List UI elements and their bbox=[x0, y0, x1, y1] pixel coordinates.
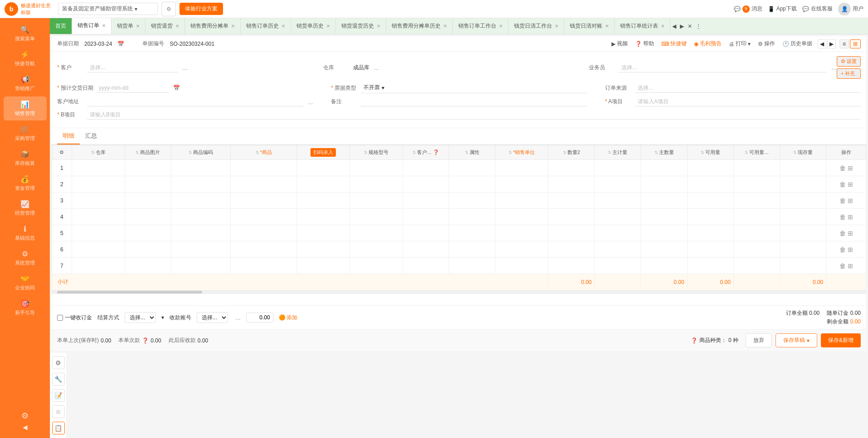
row-attrs[interactable] bbox=[449, 160, 495, 176]
account-dots[interactable]: ... bbox=[235, 314, 241, 321]
right-panel-icon-3[interactable]: 📝 bbox=[52, 389, 65, 402]
sidebar-item-system[interactable]: ⚙ 系统管理 bbox=[4, 246, 47, 270]
messages-button[interactable]: 💬 9 消息 bbox=[734, 5, 762, 13]
tab-daily-workbench[interactable]: 钱货日清工作台 ✕ bbox=[509, 18, 564, 34]
detail-tab-summary[interactable]: 汇总 bbox=[80, 128, 102, 144]
scroll-thumb[interactable] bbox=[57, 291, 202, 294]
settings-action-btn[interactable]: ⚙ 设置 bbox=[837, 56, 861, 67]
sidebar-item-quick-nav[interactable]: ⚡ 快捷导航 bbox=[4, 47, 47, 71]
row-name[interactable] bbox=[231, 160, 297, 176]
row-available2[interactable] bbox=[733, 160, 780, 176]
sidebar-collapse-button[interactable]: ◀ bbox=[23, 424, 28, 431]
sidebar-item-marketing[interactable]: 📢 营销推广 bbox=[4, 72, 47, 96]
row-copy-btn[interactable]: ⊞ bbox=[848, 262, 853, 270]
row-main-qty[interactable] bbox=[641, 160, 687, 176]
tab-sales-return[interactable]: 销货退货 ✕ bbox=[145, 18, 185, 34]
row-code[interactable] bbox=[171, 160, 230, 176]
sidebar-item-sales[interactable]: 📊 销售管理 bbox=[4, 96, 47, 120]
order-source-input[interactable] bbox=[635, 83, 861, 93]
sidebar-item-basic-info[interactable]: ℹ 基础信息 bbox=[4, 221, 47, 245]
amount-input[interactable] bbox=[246, 313, 273, 322]
row-delete-btn[interactable]: 🗑 bbox=[839, 246, 846, 253]
customer-input[interactable] bbox=[87, 63, 178, 72]
print-btn[interactable]: 🖨 打印 ▾ bbox=[727, 39, 752, 48]
staff-dots[interactable]: ... bbox=[831, 64, 837, 71]
online-support-button[interactable]: 💬 在线客服 bbox=[802, 5, 833, 13]
tab-close-daily-workbench[interactable]: ✕ bbox=[555, 24, 558, 29]
right-panel-icon-1[interactable]: ⚙ bbox=[52, 356, 65, 369]
sidebar-item-search[interactable]: 🔍 搜索菜单 bbox=[4, 22, 47, 46]
row-scan[interactable] bbox=[297, 160, 350, 176]
sidebar-item-collab[interactable]: 🤝 企业协同 bbox=[4, 271, 47, 295]
sidebar-item-finance[interactable]: 💰 资金管理 bbox=[4, 171, 47, 195]
settings-icon[interactable]: ⚙ bbox=[161, 2, 176, 16]
save-new-button[interactable]: 保存&新增 bbox=[821, 333, 861, 347]
tab-close-daily-reconcile[interactable]: ✕ bbox=[605, 24, 609, 29]
detail-tab-detail[interactable]: 明细 bbox=[57, 128, 80, 144]
tab-invoice-history[interactable]: 销货单历史 ✕ bbox=[291, 18, 336, 34]
row-delete-btn[interactable]: 🗑 bbox=[839, 164, 846, 172]
sidebar-item-guide[interactable]: 🎯 新手引导 bbox=[4, 296, 47, 320]
add-action-btn[interactable]: + 补充 bbox=[837, 68, 861, 79]
toolbar-prev[interactable]: ◀ bbox=[818, 39, 826, 48]
row-stock[interactable] bbox=[780, 160, 826, 176]
project-a-input[interactable] bbox=[635, 97, 861, 106]
save-draft-button[interactable]: 保存草稿 ▾ bbox=[776, 333, 817, 347]
tab-close-sales-order[interactable]: ✕ bbox=[102, 23, 106, 28]
tab-close-order-workbench[interactable]: ✕ bbox=[499, 24, 503, 29]
system-selector[interactable]: 装备及固定资产辅助管理系统 ▾ bbox=[58, 3, 158, 15]
row-spec[interactable] bbox=[350, 160, 403, 176]
tab-close-sales-invoice[interactable]: ✕ bbox=[136, 24, 140, 29]
customer-dots[interactable]: ... bbox=[182, 64, 188, 71]
row-copy-btn[interactable]: ⊞ bbox=[848, 164, 853, 172]
staff-input[interactable] bbox=[619, 63, 827, 72]
tab-close-invoice-history[interactable]: ✕ bbox=[326, 24, 330, 29]
tab-close-sales-return[interactable]: ✕ bbox=[175, 24, 179, 29]
tab-sales-invoice[interactable]: 销货单 ✕ bbox=[112, 18, 145, 34]
history-btn[interactable]: 🕐 历史单据 bbox=[781, 39, 814, 48]
tab-order-history[interactable]: 销售订单历史 ✕ bbox=[241, 18, 291, 34]
user-menu[interactable]: 👤 用户 bbox=[838, 3, 863, 15]
one-click-check[interactable] bbox=[57, 315, 63, 321]
row-delete-btn[interactable]: 🗑 bbox=[839, 230, 846, 237]
tab-home[interactable]: 首页 bbox=[50, 18, 72, 34]
right-panel-icon-5[interactable]: 📋 bbox=[52, 422, 65, 434]
profit-btn[interactable]: ◉ 毛利预告 bbox=[692, 39, 723, 48]
tab-nav-menu[interactable]: ⋮ bbox=[694, 23, 703, 29]
tab-close-return-history[interactable]: ✕ bbox=[377, 24, 380, 29]
row-delete-btn[interactable]: 🗑 bbox=[839, 197, 846, 204]
sidebar-settings-icon[interactable]: ⚙ bbox=[21, 411, 29, 421]
right-panel-icon-4[interactable]: ☆ bbox=[52, 405, 65, 418]
row-warehouse[interactable] bbox=[72, 160, 125, 176]
row-image[interactable] bbox=[125, 160, 171, 176]
right-panel-icon-2[interactable]: 🔧 bbox=[52, 373, 65, 385]
toolbar-next[interactable]: ▶ bbox=[827, 39, 836, 48]
account-select[interactable]: 选择... bbox=[197, 312, 228, 323]
row-customer-code[interactable] bbox=[402, 160, 449, 176]
tab-order-workbench[interactable]: 销售订单工作台 ✕ bbox=[453, 18, 509, 34]
row-delete-btn[interactable]: 🗑 bbox=[839, 213, 846, 221]
tab-expense-split[interactable]: 销售费用分摊单 ✕ bbox=[185, 18, 241, 34]
address-dots[interactable]: ... bbox=[308, 98, 313, 106]
memo-input[interactable] bbox=[361, 97, 587, 106]
toolbar-card-view[interactable]: ⊞ bbox=[850, 39, 861, 48]
product-count-help[interactable]: ❓ bbox=[691, 337, 698, 344]
add-payment-btn[interactable]: 🟠 添加 bbox=[279, 314, 297, 322]
row-copy-btn[interactable]: ⊞ bbox=[848, 213, 853, 221]
tab-expense-history[interactable]: 销售费用分摊单历史 ✕ bbox=[386, 18, 453, 34]
one-click-checkbox[interactable]: 一键收订金 bbox=[57, 314, 92, 322]
tab-close-order-history[interactable]: ✕ bbox=[281, 24, 285, 29]
tab-close-expense-split[interactable]: ✕ bbox=[231, 24, 235, 29]
tab-nav-close[interactable]: ✕ bbox=[686, 23, 694, 29]
row-delete-btn[interactable]: 🗑 bbox=[839, 181, 846, 188]
row-main-unit[interactable] bbox=[595, 160, 641, 176]
discard-button[interactable]: 放弃 bbox=[746, 333, 772, 347]
sidebar-item-inventory[interactable]: 📦 库存核算 bbox=[4, 146, 47, 170]
delivery-date-input[interactable] bbox=[96, 83, 169, 93]
row-available[interactable] bbox=[687, 160, 733, 176]
tab-nav-prev[interactable]: ◀ bbox=[670, 23, 678, 29]
solution-button[interactable]: 体验行业方案 bbox=[179, 3, 223, 15]
customer-address-input[interactable] bbox=[87, 97, 303, 106]
sidebar-item-purchase[interactable]: 🛒 采购管理 bbox=[4, 121, 47, 145]
delivery-date-icon[interactable]: 📅 bbox=[173, 85, 180, 91]
